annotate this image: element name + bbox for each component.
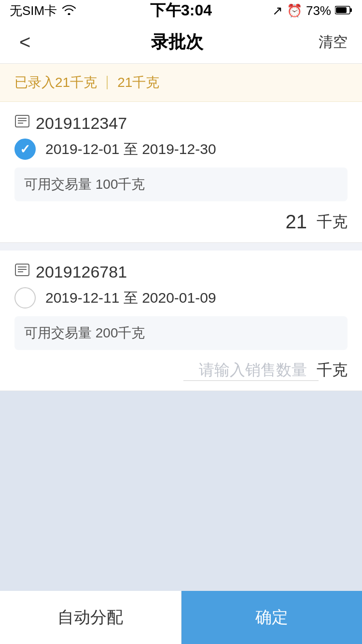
radio-2[interactable] (14, 287, 36, 308)
batch-id-1: 2019112347 (36, 114, 127, 133)
input-underline (183, 380, 319, 381)
batch-header-1: 2019112347 (14, 113, 348, 133)
input-unit-2: 千克 (317, 360, 348, 381)
svg-rect-1 (350, 8, 352, 12)
batch-date-row-2[interactable]: 2019-12-11 至 2020-01-09 (14, 287, 348, 308)
batch-date-2: 2019-12-11 至 2020-01-09 (45, 288, 216, 308)
summary-amount: 21千克 (117, 73, 159, 92)
input-placeholder-2[interactable]: 请输入销售数量 (199, 360, 307, 381)
status-right: ↗ ⏰ 73% (272, 3, 352, 18)
summary-bar: 已录入21千克 21千克 (0, 64, 362, 102)
location-icon: ↗ (272, 3, 283, 18)
status-left: 无SIM卡 (10, 2, 76, 19)
batch-item-2: 2019126781 2019-12-11 至 2020-01-09 可用交易量… (0, 251, 362, 350)
svg-rect-2 (336, 7, 347, 13)
alarm-icon: ⏰ (287, 3, 302, 18)
batch-id-2: 2019126781 (36, 263, 127, 281)
back-button[interactable]: < (14, 27, 35, 58)
clear-button[interactable]: 清空 (319, 32, 348, 52)
batch-list-2: 2019126781 2019-12-11 至 2020-01-09 可用交易量… (0, 251, 362, 391)
batch-icon-1 (14, 113, 30, 133)
confirm-button[interactable]: 确定 (181, 591, 362, 644)
status-time: 下午3:04 (150, 0, 212, 21)
batch-date-row-1[interactable]: 2019-12-01 至 2019-12-30 (14, 139, 348, 160)
battery-text: 73% (306, 3, 331, 18)
wifi-icon (62, 3, 76, 18)
summary-divider (107, 76, 108, 89)
nav-bar: < 录批次 清空 (0, 21, 362, 64)
batch-item-1: 2019112347 2019-12-01 至 2019-12-30 可用交易量… (0, 102, 362, 201)
page-title: 录批次 (151, 30, 203, 54)
amount-unit-1: 千克 (317, 211, 348, 233)
auto-distribute-button[interactable]: 自动分配 (0, 591, 181, 644)
batch-list: 2019112347 2019-12-01 至 2019-12-30 可用交易量… (0, 102, 362, 243)
batch-header-2: 2019126781 (14, 262, 348, 281)
carrier-text: 无SIM卡 (10, 2, 57, 19)
batch-icon-2 (14, 262, 30, 281)
bottom-bar: 自动分配 确定 (0, 591, 362, 644)
batch-volume-2: 可用交易量 200千克 (14, 316, 348, 350)
summary-label: 已录入21千克 (14, 73, 97, 92)
input-row-2: 请输入销售数量 千克 (0, 350, 362, 391)
radio-1[interactable] (14, 139, 36, 160)
amount-value-1[interactable]: 21 (286, 211, 307, 233)
section-divider (0, 243, 362, 251)
battery-icon (335, 3, 352, 18)
batch-date-1: 2019-12-01 至 2019-12-30 (45, 140, 216, 159)
batch-volume-1: 可用交易量 100千克 (14, 168, 348, 201)
status-bar: 无SIM卡 下午3:04 ↗ ⏰ 73% (0, 0, 362, 21)
amount-row-1: 21 千克 (0, 201, 362, 243)
